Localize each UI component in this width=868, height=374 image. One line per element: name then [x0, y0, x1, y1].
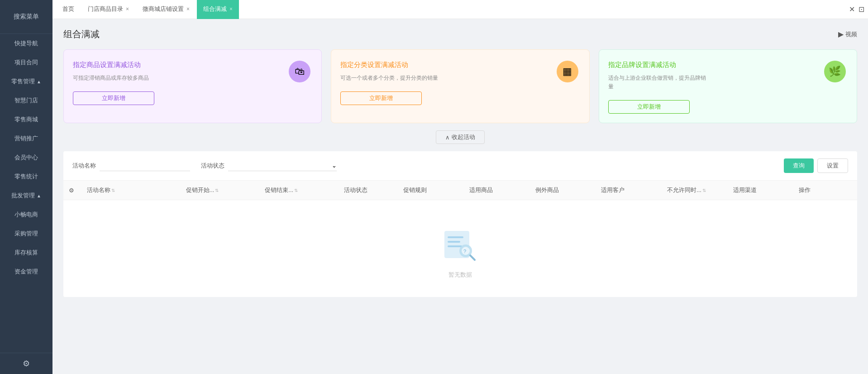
th-status: 活动状态 [344, 186, 403, 194]
sidebar-item-quick-nav[interactable]: 快捷导航 [0, 34, 52, 53]
filter-row: 活动名称 活动状态 ⌄ 查询 设置 [63, 151, 857, 180]
sidebar-item-label: 小畅电商 [14, 211, 38, 218]
sidebar-item-wholesale-mgmt[interactable]: 批发管理▲ [0, 186, 52, 205]
tab-close-btn[interactable]: × [126, 6, 129, 12]
svg-rect-1 [448, 236, 463, 238]
card-icon-product: 🛍 [289, 61, 310, 82]
filter-name-item: 活动名称 [72, 160, 190, 171]
th-action: 操作 [799, 186, 852, 194]
tab-label: 微商城店铺设置 [143, 5, 184, 13]
sort-icon[interactable]: ⇅ [294, 188, 298, 193]
card-add-btn-brand[interactable]: 立即新增 [608, 100, 690, 114]
filter-status-label: 活动状态 [201, 162, 224, 170]
sidebar-item-retail-mall[interactable]: 零售商城 [0, 110, 52, 129]
th-name[interactable]: 活动名称⇅ [87, 186, 186, 194]
sort-icon[interactable]: ⇅ [111, 188, 115, 193]
tab-label: 组合满减 [203, 5, 227, 13]
tab-home[interactable]: 首页 [56, 0, 81, 19]
th-start[interactable]: 促销开始...⇅ [186, 186, 265, 194]
card-desc: 可指定滞销商品或库存较多商品 [73, 74, 172, 82]
empty-state: ? 暂无数据 [63, 200, 857, 297]
svg-rect-3 [448, 245, 462, 247]
chevron-icon: ▲ [37, 79, 41, 84]
sidebar-item-xiaochangec[interactable]: 小畅电商 [0, 205, 52, 224]
card-title: 指定品牌设置满减活动 [608, 61, 848, 69]
play-icon: ▶ [838, 30, 844, 38]
table-container: ⚙活动名称⇅促销开始...⇅促销结束...⇅活动状态促销规则适用商品例外商品适用… [63, 180, 857, 297]
sidebar-item-label: 库存核算 [14, 249, 38, 256]
card-icon-brand: 🌿 [824, 61, 846, 82]
close-window-btn[interactable]: ✕ [849, 5, 855, 14]
activity-name-input[interactable] [100, 160, 190, 171]
tab-store-catalog[interactable]: 门店商品目录× [81, 0, 135, 19]
sidebar-item-label: 零售管理 [11, 77, 35, 86]
th-label: 适用渠道 [733, 186, 757, 194]
page-content: 组合满减 ▶ 视频 指定商品设置满减活动可指定滞销商品或库存较多商品立即新增🛍指… [52, 19, 868, 374]
sidebar-item-label: 采购管理 [14, 230, 38, 237]
sidebar-item-label: 营销推广 [14, 135, 38, 142]
maximize-btn[interactable]: ⊡ [858, 5, 864, 14]
th-label: 适用商品 [469, 186, 493, 194]
th-label: 促销开始... [186, 186, 215, 194]
card-title: 指定商品设置满减活动 [73, 61, 312, 69]
setting-button[interactable]: 设置 [817, 158, 848, 173]
tab-close-btn[interactable]: × [229, 6, 233, 12]
sidebar-item-label: 批发管理 [11, 192, 35, 200]
filter-status-item: 活动状态 ⌄ [201, 160, 337, 171]
settings-icon[interactable]: ⚙ [23, 359, 30, 368]
sidebar-item-retail-stats[interactable]: 零售统计 [0, 167, 52, 186]
th-label: 操作 [799, 186, 811, 194]
sidebar-item-label: 零售统计 [14, 173, 38, 180]
th-label: 适用客户 [601, 186, 625, 194]
settings-gear-icon[interactable]: ⚙ [69, 187, 74, 194]
card-add-btn-product[interactable]: 立即新增 [73, 91, 154, 105]
collapse-btn[interactable]: ∧ 收起活动 [436, 130, 485, 144]
card-brand: 指定品牌设置满减活动适合与上游企业联合做营销，提升品牌销量立即新增🌿 [599, 49, 857, 123]
video-label: 视频 [845, 30, 857, 38]
collapse-icon: ∧ [445, 134, 450, 141]
sidebar-bottom: ⚙ [0, 353, 52, 374]
th-notallow[interactable]: 不允许同时...⇅ [667, 186, 733, 194]
sidebar-item-label: 资金管理 [14, 268, 38, 275]
tab-combo-discount[interactable]: 组合满减× [197, 0, 239, 19]
th-label: 促销结束... [265, 186, 293, 194]
main-area: 首页门店商品目录×微商城店铺设置×组合满减× ✕ ⊡ 组合满减 ▶ 视频 指定商… [52, 0, 868, 374]
th-settings: ⚙ [69, 187, 87, 194]
tab-bar: 首页门店商品目录×微商城店铺设置×组合满减× ✕ ⊡ [52, 0, 868, 19]
sidebar-item-marketing[interactable]: 营销推广 [0, 129, 52, 148]
sidebar-item-label: 快捷导航 [14, 40, 38, 47]
sort-icon[interactable]: ⇅ [215, 188, 219, 193]
sidebar-item-finance[interactable]: 资金管理 [0, 262, 52, 281]
page-header: 组合满减 ▶ 视频 [63, 28, 857, 40]
th-customer: 适用客户 [601, 186, 667, 194]
tab-close-btn[interactable]: × [186, 6, 190, 12]
sidebar-item-label: 智慧门店 [14, 97, 38, 104]
collapse-bar: ∧ 收起活动 [63, 130, 857, 144]
sidebar-item-project-contract[interactable]: 项目合同 [0, 53, 52, 72]
sidebar-item-label: 会员中心 [14, 154, 38, 161]
sidebar-search-btn[interactable]: 搜索菜单 [0, 7, 52, 26]
sidebar-item-smart-store[interactable]: 智慧门店 [0, 91, 52, 110]
video-link[interactable]: ▶ 视频 [838, 30, 857, 38]
svg-text:?: ? [463, 249, 466, 254]
th-end[interactable]: 促销结束...⇅ [265, 186, 344, 194]
tab-label: 首页 [62, 5, 74, 13]
card-add-btn-category[interactable]: 立即新增 [340, 91, 422, 105]
activity-status-select[interactable]: ⌄ [228, 160, 337, 171]
tab-wechat-settings[interactable]: 微商城店铺设置× [136, 0, 196, 19]
sidebar-search-area[interactable]: 搜索菜单 [0, 0, 52, 34]
sidebar-item-inventory[interactable]: 库存核算 [0, 243, 52, 262]
empty-text: 暂无数据 [448, 271, 472, 279]
query-button[interactable]: 查询 [784, 158, 814, 173]
page-title: 组合满减 [63, 28, 100, 40]
th-channel: 适用渠道 [733, 186, 799, 194]
th-label: 活动状态 [344, 186, 367, 194]
sidebar: 搜索菜单 快捷导航项目合同零售管理▲智慧门店零售商城营销推广会员中心零售统计批发… [0, 0, 52, 374]
sidebar-item-member-center[interactable]: 会员中心 [0, 148, 52, 167]
sort-icon[interactable]: ⇅ [702, 188, 706, 193]
sidebar-item-retail-mgmt[interactable]: 零售管理▲ [0, 72, 52, 91]
sidebar-item-purchase-mgmt[interactable]: 采购管理 [0, 224, 52, 243]
svg-rect-2 [448, 241, 460, 243]
card-desc: 可选一个或者多个分类，提升分类的销量 [340, 74, 440, 82]
tab-label: 门店商品目录 [88, 5, 123, 13]
